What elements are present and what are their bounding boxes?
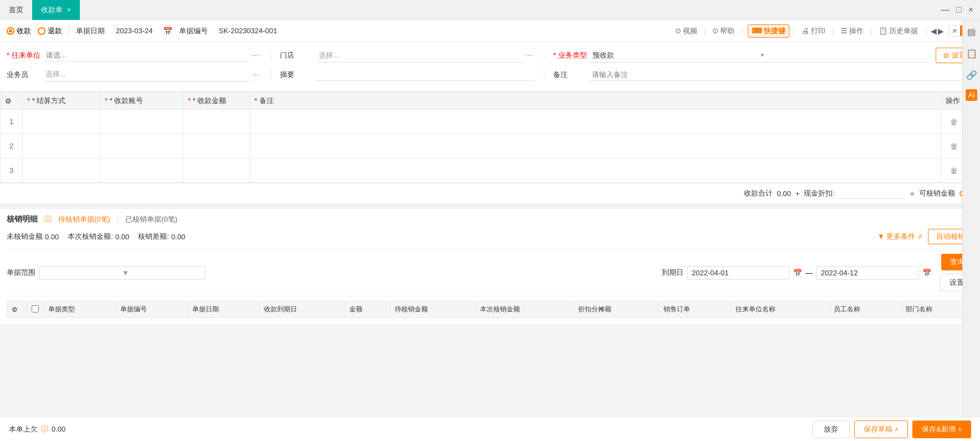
- bottom-th-settings[interactable]: ⚙: [7, 301, 27, 318]
- date-value: 2023-03-24: [116, 27, 153, 35]
- row-3-zhanghao[interactable]: [100, 158, 183, 183]
- operate-btn[interactable]: ☰ 操作: [839, 25, 866, 37]
- history-btn[interactable]: 📋 历史单据: [876, 25, 920, 37]
- row-2-delete-btn[interactable]: 🗑: [948, 141, 960, 152]
- bottom-th-checkbox[interactable]: [27, 301, 44, 318]
- date-to-input[interactable]: [816, 266, 919, 280]
- hexiao-tab-pending[interactable]: 待核销单据(0笔): [58, 214, 110, 224]
- hexiao-info-icon[interactable]: ⓘ: [44, 214, 52, 224]
- salesperson-field: 业务员 选择... ···: [7, 68, 262, 81]
- store-select[interactable]: 选择...: [317, 49, 523, 63]
- row-2-jiesuan[interactable]: [23, 134, 100, 158]
- bottom-th-pending: 待核销金额: [390, 301, 475, 318]
- th-beizhu: * 备注: [250, 93, 941, 110]
- sep-2: [544, 50, 544, 61]
- video-icon: ⊙: [675, 27, 681, 35]
- sep-3: [270, 69, 271, 80]
- business-type-select[interactable]: 预收款 ▼: [590, 49, 929, 63]
- hexiao-header: 核销明细 ⓘ 待核销单据(0笔) | 已核销单据(0笔): [7, 214, 973, 224]
- range-field: 单据范围 ▼: [7, 266, 653, 280]
- row-1-zhanghao[interactable]: [100, 110, 183, 134]
- abandon-btn[interactable]: 放弃: [812, 421, 850, 438]
- row-2-jine[interactable]: [183, 134, 250, 158]
- business-type-arrow: ▼: [759, 52, 927, 58]
- sidebar-icon-table[interactable]: ▤: [965, 24, 978, 39]
- save-draft-btn[interactable]: 保存草稿 ∧: [854, 421, 908, 438]
- save-draft-label: 保存草稿: [864, 424, 892, 434]
- stat-diff-value: 0.00: [171, 233, 185, 241]
- row-1-jiesuan[interactable]: [23, 110, 100, 134]
- prev-btn[interactable]: ◀: [931, 27, 937, 35]
- sidebar-icon-doc[interactable]: 📋: [964, 46, 979, 61]
- video-btn[interactable]: ⊙ 视频: [673, 25, 700, 37]
- date-from-input[interactable]: [687, 266, 790, 280]
- toolbar: 收款 退款 单据日期 2023-03-24 📅 单据编号 SK-20230324…: [0, 20, 980, 42]
- range-arrow: ▼: [122, 269, 200, 277]
- row-1-jine[interactable]: [183, 110, 250, 134]
- counterpart-input[interactable]: [44, 49, 250, 61]
- row-3-jiesuan[interactable]: [23, 158, 100, 183]
- save-new-btn[interactable]: 保存&新增 ∧: [912, 421, 971, 438]
- summary-plus: +: [795, 189, 800, 198]
- radio-dot-tuikuan: [38, 27, 45, 35]
- hexiao-tab-done[interactable]: 已核销单据(0笔): [125, 214, 177, 224]
- tab-home[interactable]: 首页: [0, 0, 32, 20]
- number-value: SK-20230324-001: [219, 27, 278, 35]
- sidebar-icon-frame[interactable]: Ai: [966, 89, 978, 101]
- maximize-btn[interactable]: □: [954, 4, 964, 16]
- form-row-2: 业务员 选择... ··· 摘要 备注: [7, 68, 973, 81]
- row-2-beizhu[interactable]: [250, 134, 941, 158]
- tab-active[interactable]: 收款单 ×: [32, 0, 80, 20]
- next-btn[interactable]: ▶: [938, 27, 944, 35]
- row-2-zhanghao[interactable]: [100, 134, 183, 158]
- row-3-delete-btn[interactable]: 🗑: [948, 165, 960, 176]
- salesperson-select[interactable]: 选择...: [43, 68, 250, 81]
- bottom-th-date: 单据日期: [187, 301, 259, 318]
- row-1-delete-btn[interactable]: 🗑: [948, 116, 960, 127]
- store-more-icon[interactable]: ···: [523, 50, 535, 60]
- main-content: * 往来单位 ··· 门店 选择... ··· * 业务类型: [0, 42, 980, 348]
- range-select[interactable]: ▼: [39, 266, 205, 280]
- row-3-beizhu[interactable]: [250, 158, 941, 183]
- help-btn[interactable]: ⊙ 帮助: [710, 25, 737, 37]
- summary-label3: 可核销金额: [919, 188, 955, 198]
- divider-1: [69, 25, 69, 37]
- counterpart-more-icon[interactable]: ···: [250, 50, 262, 60]
- radio-shoukuan-label: 收款: [17, 26, 31, 36]
- select-all-checkbox[interactable]: [32, 305, 39, 312]
- tab-close-btn[interactable]: ×: [67, 6, 71, 14]
- bottom-th-employee: 员工名称: [829, 301, 901, 318]
- summary-input[interactable]: [317, 69, 535, 81]
- radio-tuikuan[interactable]: 退款: [38, 26, 62, 36]
- note-input[interactable]: [590, 69, 973, 81]
- bottom-table-area: ⚙ 单据类型 单据编号 单据日期 收款到期日 金额 待核销金额 本次核销金额 折…: [7, 301, 973, 318]
- date-field: 单据日期 2023-03-24 📅: [76, 26, 172, 36]
- footer-info-icon[interactable]: ⓘ: [41, 424, 48, 434]
- table-row: 3 🗑 ⊕: [1, 158, 980, 183]
- close-btn[interactable]: ×: [966, 4, 976, 16]
- number-field: 单据编号 SK-20230324-001: [179, 26, 278, 36]
- radio-shoukuan[interactable]: 收款: [7, 26, 31, 36]
- print-icon: 🖨: [802, 27, 809, 35]
- date-to-icon[interactable]: 📅: [922, 269, 931, 277]
- row-1-beizhu[interactable]: [250, 110, 941, 134]
- th-settings[interactable]: ⚙: [1, 93, 23, 110]
- save-new-arrow: ∧: [958, 426, 962, 432]
- bottom-th-discount: 折扣分摊额: [574, 301, 659, 318]
- th-zhanghao: * * 收款账号: [100, 93, 183, 110]
- shortcut-btn[interactable]: ⌨ 快捷键: [748, 24, 789, 38]
- calendar-icon[interactable]: 📅: [163, 27, 172, 35]
- layout-list-btn[interactable]: ≡: [949, 25, 960, 36]
- row-3-jine[interactable]: [183, 158, 250, 183]
- date-from-icon[interactable]: 📅: [793, 269, 802, 277]
- salesperson-placeholder: 选择...: [45, 69, 248, 79]
- more-conditions-btn[interactable]: ▼ 更多条件 ∧: [877, 232, 923, 242]
- footer-label: 本单上欠: [9, 424, 38, 434]
- sidebar-icon-link[interactable]: 🔗: [964, 68, 979, 83]
- stat-current-value: 0.00: [115, 233, 129, 241]
- summary-label: 摘要: [280, 70, 313, 80]
- salesperson-more-icon[interactable]: ···: [250, 70, 262, 80]
- summary-discount-input[interactable]: [839, 188, 906, 199]
- print-btn[interactable]: 🖨 打印: [800, 25, 828, 37]
- minimize-btn[interactable]: —: [938, 4, 952, 16]
